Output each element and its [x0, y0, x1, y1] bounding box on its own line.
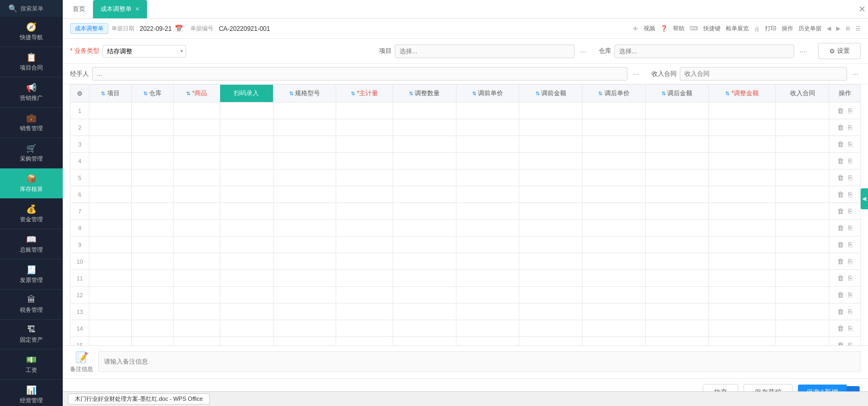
- cell-income-contract[interactable]: [776, 303, 829, 320]
- cell-after-amount[interactable]: [645, 170, 709, 186]
- cell-warehouse[interactable]: [131, 136, 174, 153]
- cell-before-price[interactable]: [456, 186, 519, 203]
- cell-adj-amount[interactable]: [709, 236, 776, 253]
- cell-scan[interactable]: [220, 103, 273, 119]
- cell-warehouse[interactable]: [131, 186, 174, 203]
- cell-after-price[interactable]: [583, 119, 646, 136]
- cell-before-price[interactable]: [456, 320, 519, 337]
- copy-row-button[interactable]: ⎘: [847, 106, 853, 116]
- cell-scan[interactable]: [220, 236, 273, 253]
- cell-income-contract[interactable]: [776, 236, 829, 253]
- cell-after-amount[interactable]: [645, 136, 709, 153]
- cell-after-amount[interactable]: [645, 153, 709, 170]
- cell-goods[interactable]: [174, 337, 220, 346]
- cell-warehouse[interactable]: [131, 320, 174, 337]
- cell-goods[interactable]: [174, 220, 220, 236]
- cell-after-price[interactable]: [583, 236, 646, 253]
- cell-before-amount[interactable]: [519, 270, 583, 287]
- cell-adj-qty[interactable]: [393, 136, 456, 153]
- cell-before-amount[interactable]: [519, 337, 583, 346]
- cell-project[interactable]: [89, 170, 132, 186]
- cell-project[interactable]: [89, 136, 132, 153]
- cell-income-contract[interactable]: [776, 153, 829, 170]
- cell-warehouse[interactable]: [131, 103, 174, 119]
- cell-adj-qty[interactable]: [393, 170, 456, 186]
- toolbar-view[interactable]: 视频: [644, 25, 655, 32]
- cell-project[interactable]: [89, 253, 132, 270]
- cell-unit[interactable]: [336, 186, 393, 203]
- cell-before-price[interactable]: [456, 253, 519, 270]
- cell-income-contract[interactable]: [776, 186, 829, 203]
- cell-adj-qty[interactable]: [393, 186, 456, 203]
- tab-close-icon[interactable]: ✕: [135, 6, 140, 13]
- toolbar-list-icon[interactable]: ☰: [855, 25, 861, 32]
- cell-unit[interactable]: [336, 287, 393, 303]
- cell-project[interactable]: [89, 186, 132, 203]
- cell-unit[interactable]: [336, 320, 393, 337]
- cell-warehouse[interactable]: [131, 270, 174, 287]
- cell-spec[interactable]: [273, 103, 336, 119]
- cell-scan[interactable]: [220, 270, 273, 287]
- cell-unit[interactable]: [336, 270, 393, 287]
- cell-income-contract[interactable]: [776, 220, 829, 236]
- sidebar-item-purchase-mgmt[interactable]: 🛒 采购管理: [0, 138, 63, 168]
- cell-project[interactable]: [89, 320, 132, 337]
- cell-warehouse[interactable]: [131, 119, 174, 136]
- cell-after-price[interactable]: [583, 287, 646, 303]
- cell-goods[interactable]: [174, 203, 220, 220]
- warehouse-input[interactable]: [614, 44, 794, 58]
- copy-row-button[interactable]: ⎘: [847, 139, 853, 149]
- cell-after-price[interactable]: [583, 153, 646, 170]
- cell-warehouse[interactable]: [131, 153, 174, 170]
- cell-scan[interactable]: [220, 203, 273, 220]
- cell-before-price[interactable]: [456, 153, 519, 170]
- income-contract-dots[interactable]: ···: [850, 70, 861, 78]
- cell-unit[interactable]: [336, 153, 393, 170]
- cell-warehouse[interactable]: [131, 253, 174, 270]
- cell-project[interactable]: [89, 103, 132, 119]
- delete-row-button[interactable]: 🗑: [836, 189, 845, 199]
- cell-adj-qty[interactable]: [393, 270, 456, 287]
- copy-row-button[interactable]: ⎘: [847, 323, 853, 333]
- toolbar-history[interactable]: 历史单据: [798, 25, 821, 32]
- cell-spec[interactable]: [273, 170, 336, 186]
- settings-btn-wrapper[interactable]: ⚙ 设置: [818, 43, 861, 59]
- sidebar-item-salary[interactable]: 💵 工资: [0, 349, 63, 380]
- cell-before-amount[interactable]: [519, 287, 583, 303]
- cell-scan[interactable]: [220, 186, 273, 203]
- right-collapse-btn[interactable]: ◀: [861, 188, 868, 209]
- settings-button[interactable]: ⚙ 设置: [818, 43, 861, 59]
- cell-after-amount[interactable]: [645, 320, 709, 337]
- cell-income-contract[interactable]: [776, 119, 829, 136]
- cell-before-price[interactable]: [456, 170, 519, 186]
- cell-project[interactable]: [89, 203, 132, 220]
- toolbar-help[interactable]: 帮助: [673, 25, 684, 32]
- cell-spec[interactable]: [273, 320, 336, 337]
- cell-after-amount[interactable]: [645, 103, 709, 119]
- cell-after-amount[interactable]: [645, 337, 709, 346]
- cell-unit[interactable]: [336, 203, 393, 220]
- cell-adj-qty[interactable]: [393, 103, 456, 119]
- delete-row-button[interactable]: 🗑: [836, 139, 845, 149]
- cell-before-amount[interactable]: [519, 153, 583, 170]
- tab-cost-adjust[interactable]: 成本调整单 ✕: [93, 0, 147, 18]
- cell-adj-qty[interactable]: [393, 236, 456, 253]
- copy-row-button[interactable]: ⎘: [847, 290, 853, 300]
- cell-unit[interactable]: [336, 170, 393, 186]
- cell-goods[interactable]: [174, 119, 220, 136]
- cell-project[interactable]: [89, 287, 132, 303]
- cell-project[interactable]: [89, 220, 132, 236]
- cell-project[interactable]: [89, 303, 132, 320]
- cell-income-contract[interactable]: [776, 103, 829, 119]
- cell-before-amount[interactable]: [519, 170, 583, 186]
- copy-row-button[interactable]: ⎘: [847, 189, 853, 199]
- cell-after-amount[interactable]: [645, 253, 709, 270]
- cell-scan[interactable]: [220, 153, 273, 170]
- col-scan[interactable]: 扫码录入: [220, 85, 273, 103]
- project-input[interactable]: [395, 44, 575, 58]
- sidebar-item-sales-mgmt[interactable]: 💼 销售管理: [0, 108, 63, 138]
- cell-adj-qty[interactable]: [393, 303, 456, 320]
- cell-after-price[interactable]: [583, 186, 646, 203]
- cell-after-price[interactable]: [583, 253, 646, 270]
- cell-after-amount[interactable]: [645, 287, 709, 303]
